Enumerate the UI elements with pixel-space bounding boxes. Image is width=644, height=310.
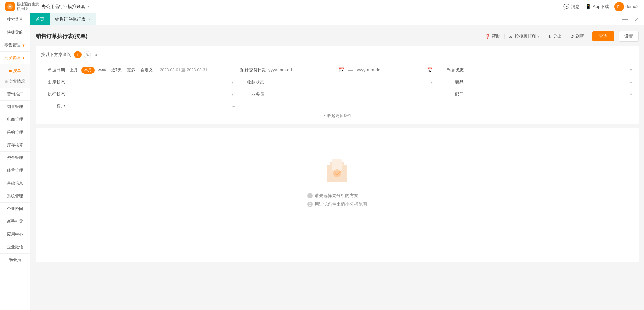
goods-wrapper: ···	[466, 78, 633, 86]
forecast-date-end[interactable]	[356, 66, 426, 74]
sidebar-item-purchase[interactable]: 采购管理	[0, 126, 30, 139]
empty-illustration	[320, 155, 354, 189]
doc-status-input[interactable]	[466, 66, 629, 74]
tab-minimize-button[interactable]: —	[620, 15, 630, 24]
export-button[interactable]: ⬇ 导出	[548, 33, 562, 39]
filter-rows: 单据日期 上月 本月 本年 近7天 更多 自定义 2023-03-01 至 20…	[41, 66, 633, 110]
filter-row-2: 出库状态 ▾ 收款状态 ▾	[41, 78, 633, 86]
forecast-date-start[interactable]	[267, 66, 337, 74]
sidebar-item-inventory[interactable]: 库存核算	[0, 139, 30, 152]
filter-payment-status: 收款状态 ▾	[240, 78, 434, 86]
ship-status-input[interactable]	[68, 78, 230, 86]
filter-date: 单据日期 上月 本月 本年 近7天 更多 自定义 2023-03-01 至 20…	[41, 67, 235, 74]
date-range-display: 2023-03-01 至 2023-03-31	[160, 67, 207, 73]
divider1	[504, 34, 505, 39]
collapse-more-bar[interactable]: ∧ 收起更多条件	[41, 110, 633, 119]
goods-input[interactable]	[466, 78, 627, 86]
date-tab-this-month[interactable]: 本月	[81, 67, 95, 74]
tab-active[interactable]: 销售订单执行表 ×	[50, 13, 96, 25]
dept-dropdown-icon[interactable]: ▾	[629, 92, 633, 97]
sidebar-item-marketing[interactable]: 营销推广	[0, 88, 30, 101]
sidebar-item-wechat[interactable]: 企业微信	[0, 241, 30, 254]
settings-button[interactable]: 设置	[619, 31, 639, 42]
filter-customer: 客户 ···	[41, 102, 236, 110]
sidebar-item-finance[interactable]: 资金管理	[0, 152, 30, 164]
page-content: 销售订单执行表(按单) ❓ 帮助 🖨 按模板打印 ▾ ⬇	[30, 25, 644, 310]
export-icon: ⬇	[548, 34, 552, 39]
sidebar-item-member[interactable]: 畅会员	[0, 254, 30, 266]
sidebar-item-operation[interactable]: 经营管理	[0, 164, 30, 177]
collapse-up-icon: ∧	[323, 114, 326, 118]
date-tab-more[interactable]: 更多	[125, 67, 137, 74]
sidebar-sub-order[interactable]: 按单	[0, 66, 30, 76]
customer-label: 客户	[41, 103, 65, 109]
empty-tip-1: 1 请先选择要分析的方案	[307, 193, 367, 199]
page-actions: ❓ 帮助 🖨 按模板打印 ▾ ⬇ 导出	[485, 31, 639, 42]
date-separator: —	[347, 68, 354, 73]
breadcrumb[interactable]: 办公用品行业模拟账套 ▾	[42, 4, 89, 10]
doc-status-dropdown-icon[interactable]: ▾	[629, 68, 633, 72]
print-template-button[interactable]: 🖨 按模板打印 ▾	[509, 33, 540, 39]
refresh-icon: ↺	[570, 34, 574, 39]
payment-status-label: 收款状态	[240, 79, 264, 85]
sidebar-item-enterprise[interactable]: 企业协同	[0, 203, 30, 215]
breadcrumb-text: 办公用品行业模拟账套	[42, 4, 85, 10]
tab-bar: 首页 销售订单执行表 × — ⤢	[30, 13, 644, 25]
salesperson-input[interactable]	[267, 90, 428, 98]
dept-input[interactable]	[466, 90, 629, 98]
goods-more-icon[interactable]: ···	[627, 80, 633, 85]
divider4	[588, 34, 588, 39]
sidebar-item-base[interactable]: 基础信息	[0, 177, 30, 190]
help-button[interactable]: ❓ 帮助	[485, 33, 500, 39]
doc-status-wrapper: ▾	[466, 66, 633, 74]
app-download-button[interactable]: 📱 App下载	[585, 4, 609, 10]
salesperson-label: 业务员	[240, 91, 264, 97]
message-button[interactable]: 💬 消息	[563, 4, 580, 10]
filter-ship-status: 出库状态 ▾	[41, 78, 235, 86]
date-tab-custom[interactable]: 自定义	[139, 67, 155, 74]
sidebar-item-appstore[interactable]: 应用中心	[0, 228, 30, 241]
date-label: 单据日期	[41, 67, 65, 73]
scheme-add-button[interactable]: +	[74, 51, 82, 58]
help-icon: ❓	[485, 34, 490, 39]
empty-tips: 1 请先选择要分析的方案 2 用过滤条件来缩小分析范围	[307, 193, 367, 207]
refresh-button[interactable]: ↺ 刷新	[570, 33, 584, 39]
customer-input[interactable]	[68, 102, 230, 110]
sidebar-item-ecommerce[interactable]: 电商管理	[0, 113, 30, 126]
date-tab-this-year[interactable]: 本年	[96, 67, 108, 74]
add-icon: +	[76, 52, 79, 57]
scheme-header: 按以下方案查询 + ✎ «	[41, 51, 633, 61]
scheme-collapse-button[interactable]: «	[94, 52, 97, 58]
sidebar-search-menu[interactable]: 搜索菜单	[0, 13, 30, 26]
payment-status-dropdown-icon[interactable]: ▾	[429, 80, 434, 85]
ship-status-dropdown-icon[interactable]: ▾	[230, 80, 235, 85]
tab-maximize-button[interactable]: ⤢	[632, 15, 641, 24]
tab-home[interactable]: 首页	[30, 13, 50, 25]
tip2-text: 用过滤条件来缩小分析范围	[315, 201, 367, 207]
exec-status-input[interactable]	[68, 90, 230, 98]
payment-status-input[interactable]	[267, 78, 429, 86]
salesperson-more-icon[interactable]: ···	[428, 92, 434, 97]
sidebar-item-newbie[interactable]: 新手引导	[0, 215, 30, 228]
logo-text: 畅捷通好生意 标推版	[17, 2, 39, 11]
sidebar-item-sales[interactable]: 销售管理	[0, 101, 30, 113]
date-end-icon[interactable]: 📅	[426, 67, 434, 73]
sidebar-item-wholesale[interactable]: 批发管理 ▲	[0, 52, 30, 64]
date-start-icon[interactable]: 📅	[337, 67, 346, 73]
date-tab-7days[interactable]: 近7天	[109, 67, 124, 74]
sidebar-quick-nav[interactable]: 快捷导航	[0, 26, 30, 39]
exec-status-dropdown-icon[interactable]: ▾	[230, 92, 235, 97]
active-dot-icon	[9, 70, 12, 72]
search-button[interactable]: 查询	[592, 31, 614, 41]
print-icon: 🖨	[509, 34, 513, 39]
sidebar-item-system[interactable]: 系统管理	[0, 190, 30, 203]
customer-more-icon[interactable]: ···	[230, 104, 236, 109]
date-tab-last-month[interactable]: 上月	[68, 67, 80, 74]
user-menu[interactable]: Ea demo2	[614, 2, 639, 11]
sidebar-item-retail[interactable]: 零售管理 ▼	[0, 39, 30, 52]
scheme-edit-button[interactable]: ✎	[84, 51, 91, 58]
dept-label: 部门	[439, 91, 464, 97]
tab-close-icon[interactable]: ×	[88, 17, 91, 22]
filter-salesperson: 业务员 ···	[240, 90, 434, 98]
sidebar-sub-debt[interactable]: 欠货情况	[0, 76, 30, 87]
